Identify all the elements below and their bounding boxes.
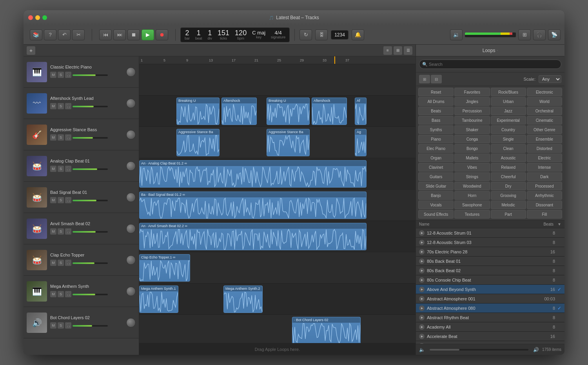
track-mute-button[interactable]: M <box>50 72 56 78</box>
track-fader[interactable] <box>73 200 108 201</box>
loop-play-button[interactable]: ▶ <box>419 287 425 292</box>
track-fader[interactable] <box>73 137 108 139</box>
track-headphone-button[interactable]: 🎧 <box>65 72 71 78</box>
loop-item[interactable]: ▶ Accelerate Beat 16 <box>416 332 564 341</box>
edit-view-button[interactable]: ⊞ <box>394 46 402 55</box>
add-track-button[interactable]: + <box>27 46 35 55</box>
category-button-experimental[interactable]: Experimental <box>491 116 526 125</box>
category-button-dry[interactable]: Dry <box>491 182 526 190</box>
category-button-vocals[interactable]: Vocals <box>418 201 454 209</box>
category-button-sound-effects[interactable]: Sound Effects <box>418 210 454 219</box>
track-volume-knob[interactable] <box>126 99 136 108</box>
loop-play-button[interactable]: ▶ <box>419 324 425 330</box>
track-header-mega-anthem-synth[interactable]: 🎹 Mega Anthem Synth M S 🎧 <box>24 276 139 307</box>
track-fader[interactable] <box>73 168 108 170</box>
track-solo-button[interactable]: S <box>58 166 64 172</box>
category-button-vibes[interactable]: Vibes <box>454 163 490 172</box>
track-volume-knob[interactable] <box>126 224 136 233</box>
audio-clip[interactable]: Ag <box>355 129 367 156</box>
audio-clip[interactable]: An · Anvil Smash Beat 02.2 ∞ <box>139 223 367 250</box>
track-mute-button[interactable]: M <box>50 228 56 235</box>
playhead[interactable] <box>334 56 335 64</box>
track-header-anvil-smash-beat-02[interactable]: 🥁 Anvil Smash Beat 02 M S 🎧 <box>24 213 139 244</box>
category-button-synths[interactable]: Synths <box>418 125 454 134</box>
stop-button[interactable]: ⏹ <box>127 29 140 40</box>
preview-scrubber[interactable] <box>430 349 528 351</box>
category-button-tambourine[interactable]: Tambourine <box>454 116 490 125</box>
track-solo-button[interactable]: S <box>58 228 64 235</box>
fast-forward-button[interactable]: ⏭ <box>113 29 126 40</box>
category-button-mallets[interactable]: Mallets <box>454 154 490 162</box>
audio-clip[interactable]: Aggressive Stance Ba <box>176 129 220 156</box>
track-mute-button[interactable]: M <box>50 166 56 172</box>
screen-button[interactable]: ⊞ <box>518 29 531 40</box>
audio-clip[interactable]: Aggressive Stance Ba <box>267 129 310 156</box>
track-solo-button[interactable]: S <box>58 322 64 329</box>
timeline-track-row[interactable]: An · Analog Clap Beat 01.2 ∞ <box>139 158 416 190</box>
timeline-track-row[interactable] <box>139 64 416 96</box>
track-solo-button[interactable]: S <box>58 291 64 297</box>
minimize-button[interactable] <box>35 15 40 20</box>
rewind-button[interactable]: ⏮ <box>99 29 112 40</box>
category-button-all-drums[interactable]: All Drums <box>418 97 454 106</box>
airplay-button[interactable]: 📡 <box>548 29 561 40</box>
loop-play-button[interactable]: ▶ <box>419 240 425 245</box>
audio-clip[interactable]: An · Analog Clap Beat 01.2 ∞ <box>139 160 367 188</box>
category-button-relaxed[interactable]: Relaxed <box>491 163 526 172</box>
track-headphone-button[interactable]: 🎧 <box>65 291 71 297</box>
track-solo-button[interactable]: S <box>58 260 64 266</box>
category-button-bass[interactable]: Bass <box>418 116 454 125</box>
track-headphone-button[interactable]: 🎧 <box>65 260 71 266</box>
category-button-woodwind[interactable]: Woodwind <box>454 182 490 190</box>
track-header-classic-electric-piano[interactable]: 🎹 Classic Electric Piano M S 🎧 <box>24 56 139 88</box>
category-button-single[interactable]: Single <box>491 135 526 143</box>
category-button-textures[interactable]: Textures <box>454 210 490 219</box>
track-headphone-button[interactable]: 🎧 <box>65 134 71 141</box>
vol-down-button[interactable]: 🔉 <box>450 29 463 40</box>
track-volume-knob[interactable] <box>126 67 136 77</box>
category-button-banjo[interactable]: Banjo <box>418 191 454 200</box>
list-view-button-loops[interactable]: ⊟ <box>431 75 442 83</box>
track-headphone-button[interactable]: 🎧 <box>65 228 71 235</box>
track-mute-button[interactable]: M <box>50 103 56 109</box>
category-button-bongo[interactable]: Bongo <box>454 144 490 153</box>
track-header-bad-signal-beat-01[interactable]: 🥁 Bad Signal Beat 01 M S 🎧 <box>24 182 139 213</box>
track-mute-button[interactable]: M <box>50 322 56 329</box>
help-button[interactable]: ? <box>44 29 56 40</box>
loop-item[interactable]: ▶ Acoustic Layers Beat 01 8 <box>416 341 564 344</box>
track-header-bot-chord-layers-02[interactable]: 🔊 Bot Chord Layers 02 M S 🎧 <box>24 307 139 338</box>
category-button-favorites[interactable]: Favorites <box>454 88 490 96</box>
category-button-organ[interactable]: Organ <box>418 154 454 162</box>
category-button-clavinet[interactable]: Clavinet <box>418 163 454 172</box>
category-button-shaker[interactable]: Shaker <box>454 125 490 134</box>
timeline-track-row[interactable]: Clap Echo Topper.1 ∞ <box>139 252 416 284</box>
category-button-jingles[interactable]: Jingles <box>454 97 490 106</box>
category-button-horn[interactable]: Horn <box>454 191 490 200</box>
track-mute-button[interactable]: M <box>50 197 56 203</box>
track-mute-button[interactable]: M <box>50 134 56 141</box>
audio-clip[interactable]: Breaking U <box>267 98 310 125</box>
loop-item[interactable]: ▶ 12-8 Acoustic Strum 03 8 <box>416 238 564 247</box>
search-input[interactable] <box>419 60 561 69</box>
track-fader[interactable] <box>73 294 108 295</box>
category-button-elec-piano[interactable]: Elec Piano <box>418 144 454 153</box>
loop-item[interactable]: ▶ 80s Back Beat 01 8 <box>416 257 564 266</box>
track-volume-knob[interactable] <box>126 255 136 265</box>
audio-clip[interactable]: Clap Echo Topper.1 ∞ <box>139 254 190 282</box>
category-button-grooving[interactable]: Grooving <box>491 191 526 200</box>
scissors-button[interactable]: ✂ <box>72 29 85 40</box>
category-button-slide-guitar[interactable]: Slide Guitar <box>418 182 454 190</box>
loop-item[interactable]: ▶ 80s Console Chip Beat 8 <box>416 275 564 285</box>
undo-button[interactable]: ↶ <box>58 29 71 40</box>
category-button-fill[interactable]: Fill <box>527 210 562 219</box>
play-button[interactable]: ▶ <box>142 29 154 40</box>
track-headphone-button[interactable]: 🎧 <box>65 197 71 203</box>
track-solo-button[interactable]: S <box>58 103 64 109</box>
track-mute-button[interactable]: M <box>50 291 56 297</box>
audio-clip[interactable]: Breaking U <box>176 98 220 125</box>
loop-item[interactable]: ▶ Abstract Atmosphere 080 8 ✓ <box>416 304 564 313</box>
category-button-conga[interactable]: Conga <box>454 135 490 143</box>
track-solo-button[interactable]: S <box>58 134 64 141</box>
loop-item[interactable]: ▶ Above And Beyond Synth 16 ✓ <box>416 285 564 294</box>
audio-clip[interactable]: Aftershock <box>221 98 257 125</box>
